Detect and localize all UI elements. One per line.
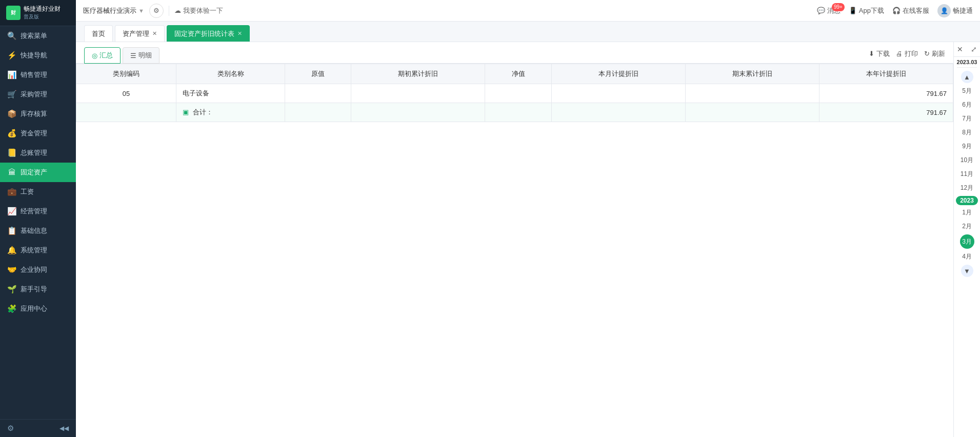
sidebar-item-ops[interactable]: 📈 经营管理 <box>0 202 76 221</box>
table-row: 05 电子设备 791.67 <box>76 84 953 103</box>
sidebar-item-basic-info[interactable]: 📋 基础信息 <box>0 221 76 241</box>
refresh-icon: ↻ <box>924 50 930 57</box>
tab-home[interactable]: 首页 <box>84 25 113 42</box>
sidebar-item-label-quick-nav: 快捷导航 <box>21 51 47 60</box>
col-monthly-dep: 本月计提折旧 <box>551 64 685 84</box>
refresh-label: 刷新 <box>932 49 945 58</box>
total-label: ▣ 合计： <box>176 103 285 122</box>
experience-label: 我要体验一下 <box>183 6 223 15</box>
nav-up-btn[interactable]: ▲ <box>961 71 973 83</box>
month-11[interactable]: 11月 <box>954 167 980 181</box>
experience-btn[interactable]: ☁ 我要体验一下 <box>174 6 223 15</box>
download-label: 下载 <box>876 49 890 58</box>
sidebar-item-quick-nav[interactable]: ⚡ 快捷导航 <box>0 46 76 65</box>
sidebar-item-inventory[interactable]: 📦 库存核算 <box>0 104 76 124</box>
month-7[interactable]: 7月 <box>954 112 980 126</box>
settings-icon[interactable]: ⚙ <box>7 424 14 433</box>
print-btn[interactable]: 🖨 打印 <box>896 49 918 58</box>
service-icon: 🎧 <box>892 7 901 14</box>
total-end-dep <box>685 103 819 122</box>
total-monthly-dep <box>551 103 685 122</box>
right-panel-expand-btn[interactable]: ⤢ <box>971 45 977 53</box>
sales-icon: 📊 <box>7 70 16 80</box>
app-name: 畅捷通好业财 <box>24 5 61 13</box>
online-service-btn[interactable]: 🎧 在线客服 <box>892 6 929 15</box>
sidebar-item-guide[interactable]: 🌱 新手引导 <box>0 280 76 299</box>
sidebar-item-label-collab: 企业协同 <box>21 265 47 274</box>
table-wrapper: 类别编码 类别名称 原值 期初累计折旧 净值 本月计提折旧 期末累计折旧 本年计… <box>76 64 953 437</box>
sidebar-item-app-center[interactable]: 🧩 应用中心 <box>0 299 76 319</box>
sidebar-item-search[interactable]: 🔍 搜索菜单 <box>0 26 76 46</box>
right-panel-date: 2023.03 <box>957 57 977 68</box>
col-end-dep: 期末累计折旧 <box>685 64 819 84</box>
tab-asset-mgmt-label: 资产管理 <box>123 29 149 38</box>
month-10[interactable]: 10月 <box>954 153 980 167</box>
print-label: 打印 <box>905 49 918 58</box>
company-dropdown-icon: ▼ <box>138 8 144 14</box>
sidebar-item-purchase[interactable]: 🛒 采购管理 <box>0 85 76 104</box>
sidebar-item-ledger[interactable]: 📒 总账管理 <box>0 143 76 163</box>
tab-depreciation[interactable]: 固定资产折旧统计表 ✕ <box>167 25 250 42</box>
total-yearly-dep: 791.67 <box>819 103 953 122</box>
row-original <box>285 84 351 103</box>
sub-tab-summary[interactable]: ◎ 汇总 <box>84 47 121 64</box>
content-area: ◎ 汇总 ☰ 明细 ⬇ 下载 🖨 打印 <box>76 42 980 437</box>
refresh-btn[interactable]: ↻ 刷新 <box>924 49 945 58</box>
sidebar-item-label-ledger: 总账管理 <box>21 148 47 157</box>
sub-tabs-right: ⬇ 下载 🖨 打印 ↻ 刷新 <box>869 49 945 62</box>
user-profile[interactable]: 👤 畅捷通 <box>937 4 973 17</box>
month-8[interactable]: 8月 <box>954 126 980 140</box>
page-content: ◎ 汇总 ☰ 明细 ⬇ 下载 🖨 打印 <box>76 42 953 437</box>
month-6[interactable]: 6月 <box>954 98 980 112</box>
message-btn[interactable]: 💬 消息 99+ <box>817 6 841 15</box>
row-end-dep <box>685 84 819 103</box>
month-jan[interactable]: 1月 <box>954 206 980 220</box>
sidebar-item-label-fixed-assets: 固定资产 <box>21 168 47 177</box>
month-feb[interactable]: 2月 <box>954 220 980 233</box>
col-code: 类别编码 <box>76 64 176 84</box>
sidebar-item-fixed-assets[interactable]: 🏛 固定资产 <box>0 163 76 182</box>
tab-asset-mgmt[interactable]: 资产管理 ✕ <box>115 25 165 42</box>
topbar-settings-btn[interactable]: ⚙ <box>149 4 164 18</box>
month-5[interactable]: 5月 <box>954 84 980 98</box>
payroll-icon: 💼 <box>7 187 16 196</box>
month-mar-active[interactable]: 3月 <box>960 234 974 249</box>
basic-info-icon: 📋 <box>7 226 16 235</box>
company-selector[interactable]: 医疗器械行业演示 ▼ <box>83 6 144 15</box>
main-area: 医疗器械行业演示 ▼ ⚙ ☁ 我要体验一下 💬 消息 99+ 📱 App下载 🎧… <box>76 0 980 437</box>
topbar-divider <box>169 6 169 16</box>
sidebar-item-payroll[interactable]: 💼 工资 <box>0 182 76 202</box>
sidebar-item-sales[interactable]: 📊 销售管理 <box>0 65 76 85</box>
sidebar-item-finance[interactable]: 💰 资金管理 <box>0 124 76 143</box>
sidebar-item-system[interactable]: 🔔 系统管理 <box>0 241 76 260</box>
sidebar-item-collab[interactable]: 🤝 企业协同 <box>0 260 76 280</box>
row-net-value <box>485 84 551 103</box>
download-icon: 📱 <box>849 7 857 14</box>
detail-icon: ☰ <box>130 52 136 59</box>
download-btn[interactable]: ⬇ 下载 <box>869 49 890 58</box>
sub-tab-detail[interactable]: ☰ 明细 <box>123 47 159 64</box>
month-apr[interactable]: 4月 <box>954 250 980 264</box>
app-download-label: App下载 <box>859 6 884 15</box>
nav-down-btn[interactable]: ▼ <box>961 265 973 277</box>
online-service-label: 在线客服 <box>903 6 929 15</box>
finance-icon: 💰 <box>7 129 16 138</box>
tab-asset-mgmt-close[interactable]: ✕ <box>152 30 157 37</box>
sidebar-item-label-purchase: 采购管理 <box>21 90 47 99</box>
print-icon: 🖨 <box>896 50 903 57</box>
total-empty <box>76 103 176 122</box>
right-panel-scroll: ▲ 5月 6月 7月 8月 9月 10月 11月 12月 2023 1月 2月 … <box>954 68 980 437</box>
month-9[interactable]: 9月 <box>954 140 980 153</box>
month-12[interactable]: 12月 <box>954 181 980 195</box>
collapse-icon[interactable]: ◀◀ <box>59 425 69 432</box>
sidebar-item-label-basic-info: 基础信息 <box>21 226 47 235</box>
sidebar-item-label-payroll: 工资 <box>21 187 34 196</box>
total-original <box>285 103 351 122</box>
col-original: 原值 <box>285 64 351 84</box>
right-panel-close-btn[interactable]: ✕ <box>957 45 963 53</box>
app-download-btn[interactable]: 📱 App下载 <box>849 6 884 15</box>
year-2023-label: 2023 <box>956 196 978 205</box>
sub-tab-summary-label: 汇总 <box>99 51 113 60</box>
sidebar-nav: 🔍 搜索菜单 ⚡ 快捷导航 📊 销售管理 🛒 采购管理 📦 库存核算 💰 资金管… <box>0 26 76 419</box>
tab-depreciation-close[interactable]: ✕ <box>237 30 242 37</box>
